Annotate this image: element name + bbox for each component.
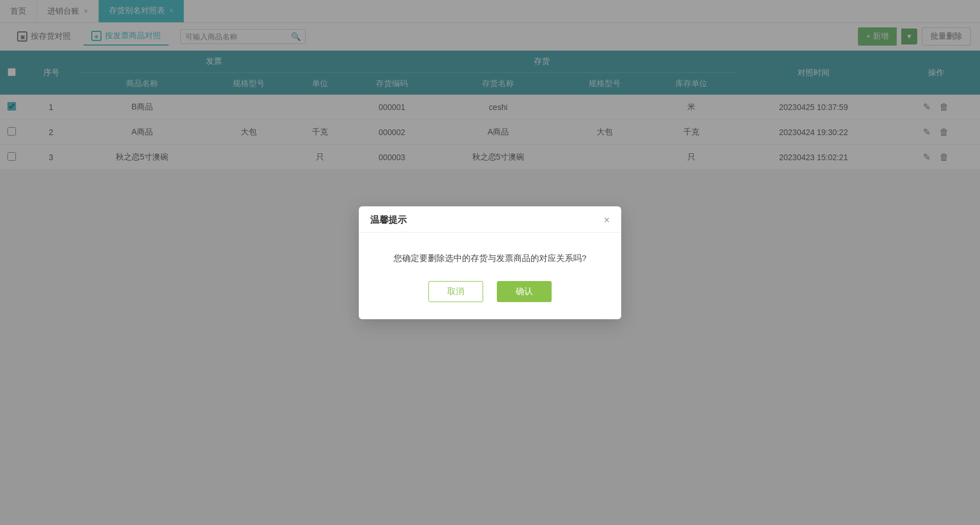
dialog-overlay: 温馨提示 × 您确定要删除选中的存货与发票商品的对应关系吗? 取消 确认 bbox=[0, 0, 980, 170]
